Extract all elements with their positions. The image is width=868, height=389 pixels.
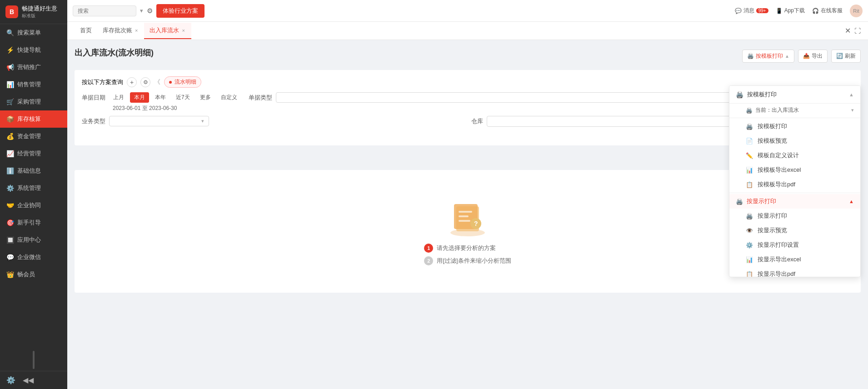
display-preview-label: 按显示预览 [758, 226, 787, 234]
tab-inventory[interactable]: 库存批次账 × [97, 23, 144, 39]
tab-inventory-close-icon[interactable]: × [134, 28, 139, 33]
date-btn-this-month[interactable]: 本月 [130, 92, 149, 103]
basic-info-icon: ℹ️ [6, 167, 14, 175]
topbar-right: 💬 消息 99+ 📱 App下载 🎧 在线客服 Rit [735, 5, 863, 17]
empty-illustration: ? [445, 197, 490, 238]
filter-add-button[interactable]: + [127, 77, 137, 87]
voucher-type-label: 单据类型 [249, 94, 272, 102]
template-excel-label: 按模板导出excel [758, 166, 801, 174]
quick-nav-icon: ⚡ [6, 46, 14, 54]
date-btn-this-year[interactable]: 本年 [151, 92, 170, 103]
tab-home[interactable]: 首页 [75, 23, 97, 39]
topbar-gear-icon[interactable]: ⚙ [147, 7, 153, 15]
sidebar-item-guide[interactable]: 🎯 新手引导 [0, 214, 67, 231]
app-download-button[interactable]: 📱 App下载 [776, 7, 805, 15]
sidebar-item-system[interactable]: ⚙️ 系统管理 [0, 180, 67, 197]
export-btn[interactable]: 📤 导出 [798, 50, 828, 63]
display-print-label: 按显示打印 [758, 212, 787, 220]
dropdown-display-pdf[interactable]: 📋 按显示导出pdf [729, 267, 860, 277]
display-print-icon: 🖨️ [746, 213, 754, 219]
date-btn-custom[interactable]: 自定义 [217, 92, 241, 103]
business-type-field: 业务类型 ▾ [82, 116, 464, 126]
topbar-search-chevron-icon[interactable]: ▾ [140, 7, 143, 14]
dropdown-template-preview[interactable]: 📄 按模板预览 [729, 134, 860, 148]
sidebar-item-sales[interactable]: 📊 销售管理 [0, 76, 67, 93]
date-btn-last-7[interactable]: 近7天 [172, 92, 194, 103]
date-btn-last-month[interactable]: 上月 [109, 92, 128, 103]
refresh-label: 刷新 [845, 52, 856, 60]
search-menu-icon: 🔍 [6, 29, 14, 36]
display-section-arrow-icon: ▲ [849, 199, 854, 204]
svg-rect-4 [459, 215, 469, 217]
message-label: 消息 [743, 7, 754, 15]
wechat-icon: 💬 [6, 254, 14, 261]
message-icon: 💬 [735, 8, 742, 14]
page-header-row: 出入库流水(流水明细) 🖨️ 按模板打印 ▲ 📤 导出 🔄 刷新 [75, 47, 861, 65]
tabs-bar: 首页 库存批次账 × 出入库流水 × ✕ ⛶ [67, 22, 868, 40]
topbar-search-input[interactable] [73, 5, 136, 16]
bottom-settings-icon[interactable]: ⚙️ [6, 376, 15, 384]
dropdown-template-custom[interactable]: ✏️ 模板自定义设计 [729, 148, 860, 163]
sidebar-item-marketing[interactable]: 📢 营销推广 [0, 59, 67, 76]
print-btn[interactable]: 🖨️ 按模板打印 ▲ [742, 50, 794, 63]
sidebar-item-operations[interactable]: 📈 经营管理 [0, 145, 67, 162]
topbar: ▾ ⚙ 体验行业方案 💬 消息 99+ 📱 App下载 🎧 在线客服 Rit [67, 0, 868, 22]
industry-btn[interactable]: 体验行业方案 [156, 4, 205, 18]
export-icon: 📤 [803, 53, 810, 59]
sidebar-item-member[interactable]: 👑 畅会员 [0, 266, 67, 283]
sidebar-item-quick-nav[interactable]: ⚡ 快捷导航 [0, 41, 67, 59]
hint-text-1: 请先选择要分析的方案 [437, 244, 496, 252]
dropdown-header[interactable]: 🖨️ 按模板打印 ▲ [729, 86, 860, 104]
bottom-collapse-icon[interactable]: ◀◀ [23, 376, 34, 384]
sidebar: B 畅捷通好生意 标准版 🔍 搜索菜单 ⚡ 快捷导航 📢 营销推广 📊 销售管理… [0, 0, 67, 389]
dropdown-display-settings[interactable]: ⚙️ 按显示打印设置 [729, 238, 860, 252]
tab-current[interactable]: 出入库流水 × [144, 23, 191, 39]
sidebar-item-app-center[interactable]: 🔲 应用中心 [0, 231, 67, 249]
business-type-label: 业务类型 [82, 117, 105, 125]
empty-hint-1: 1 请先选择要分析的方案 [424, 244, 511, 253]
sidebar-item-search-menu[interactable]: 🔍 搜索菜单 [0, 24, 67, 41]
tabs-bar-right: ✕ ⛶ [845, 26, 861, 35]
dropdown-display-section[interactable]: 🖨️ 按显示打印 ▲ [729, 194, 860, 209]
filter-tag-dot [169, 81, 172, 84]
sidebar-item-inventory[interactable]: 📦 库存核算 [0, 110, 67, 128]
service-button[interactable]: 🎧 在线客服 [812, 7, 843, 15]
tab-current-close-icon[interactable]: × [181, 28, 185, 33]
svg-rect-3 [459, 211, 472, 213]
dropdown-display-section-left: 🖨️ 按显示打印 [736, 197, 776, 205]
date-label: 单据日期 [82, 94, 105, 102]
sidebar-item-finance[interactable]: 💰 资金管理 [0, 128, 67, 145]
dropdown-display-print[interactable]: 🖨️ 按显示打印 [729, 209, 860, 223]
divider-1 [729, 118, 860, 118]
filter-collapse-icon[interactable]: 《 [154, 78, 160, 86]
date-btn-more[interactable]: 更多 [196, 92, 215, 103]
tab-maximize-icon[interactable]: ⛶ [854, 27, 861, 35]
sidebar-item-basic-info[interactable]: ℹ️ 基础信息 [0, 162, 67, 180]
dropdown-current-template[interactable]: 🖨️ 当前：出入库流水 ▾ [729, 104, 860, 117]
sidebar-logo: B 畅捷通好生意 标准版 [0, 0, 67, 24]
dropdown-header-expand-icon: ▲ [849, 92, 854, 97]
warehouse-label: 仓库 [471, 117, 483, 125]
dropdown-display-preview[interactable]: 👁️ 按显示预览 [729, 223, 860, 238]
sidebar-item-enterprise[interactable]: 🤝 企业协同 [0, 197, 67, 214]
dropdown-template-print[interactable]: 🖨️ 按模板打印 [729, 119, 860, 134]
sidebar-item-purchase[interactable]: 🛒 采购管理 [0, 93, 67, 110]
dropdown-template-pdf[interactable]: 📋 按模板导出pdf [729, 177, 860, 192]
refresh-btn[interactable]: 🔄 刷新 [831, 50, 861, 63]
filter-settings-button[interactable]: ⚙ [140, 77, 150, 87]
dropdown-title: 按模板打印 [747, 90, 777, 99]
user-avatar[interactable]: Rit [850, 5, 863, 17]
dropdown-display-excel[interactable]: 📊 按显示导出excel [729, 252, 860, 267]
template-preview-label: 按模板预览 [758, 137, 787, 145]
dropdown-current-expand-icon: ▾ [851, 107, 854, 113]
date-range-text: 2023-06-01 至 2023-06-30 [113, 105, 177, 111]
display-excel-label: 按显示导出excel [758, 255, 801, 264]
message-button[interactable]: 💬 消息 99+ [735, 7, 768, 15]
sidebar-scrollbar[interactable] [33, 351, 35, 369]
business-type-select[interactable]: ▾ [109, 116, 209, 126]
display-excel-icon: 📊 [746, 256, 754, 263]
dropdown-template-excel[interactable]: 📊 按模板导出excel [729, 163, 860, 177]
sidebar-item-wechat[interactable]: 💬 企业微信 [0, 249, 67, 266]
filter-tag: 流水明细 [164, 76, 201, 88]
tab-close-main-icon[interactable]: ✕ [845, 26, 851, 35]
